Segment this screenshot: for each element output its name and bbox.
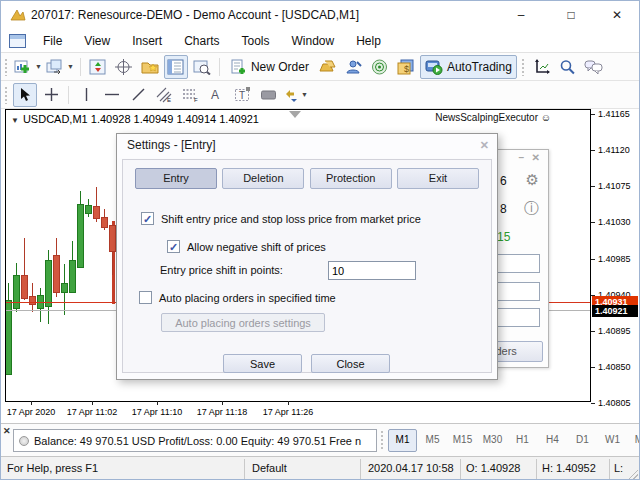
price-axis-tick (591, 150, 595, 151)
status-profile[interactable]: Default (252, 462, 287, 474)
chat-button[interactable] (582, 55, 606, 79)
tab-entry[interactable]: Entry (135, 168, 217, 189)
panel-value-3: 15 (497, 230, 510, 244)
equidistant-channel-button[interactable]: E (152, 83, 176, 107)
status-high-price: H: 1.40952 (542, 462, 596, 474)
fibonacci-button[interactable]: F (178, 83, 202, 107)
status-divider (536, 459, 537, 479)
new-order-button[interactable]: New Order (225, 55, 314, 79)
arrows-button[interactable]: ▼ (282, 83, 309, 107)
maximize-button[interactable]: □ (563, 7, 579, 23)
signals-button[interactable] (368, 55, 392, 79)
dialog-body: Entry Deletion Protection Exit ✓ Shift e… (122, 159, 492, 373)
data-window-button[interactable] (112, 55, 136, 79)
autotrading-button[interactable]: AutoTrading (420, 55, 517, 79)
search-button[interactable] (556, 55, 580, 79)
tab-protection[interactable]: Protection (310, 168, 392, 189)
settings-dialog: Settings - [Entry] ✕ Entry Deletion Prot… (116, 133, 498, 380)
ea-name-text: NewsScalpingExecutor (435, 112, 538, 123)
expert-advisors-button[interactable] (342, 55, 366, 79)
menu-window[interactable]: Window (281, 32, 346, 50)
time-axis-tick (31, 401, 32, 405)
gold-ingot-icon (319, 59, 337, 75)
market-dollar-icon: $ (397, 59, 415, 75)
timeframe-m5[interactable]: M5 (418, 429, 447, 452)
auto-placing-row: Auto placing orders in specified time (139, 291, 336, 304)
text-label-button[interactable]: T (230, 83, 254, 107)
metaeditor-button[interactable] (316, 55, 340, 79)
smiley-icon: ☺ (541, 112, 551, 123)
dialog-title-bar[interactable]: Settings - [Entry] (117, 134, 497, 158)
navigator-button[interactable] (138, 55, 162, 79)
toolbar-separator (68, 86, 69, 104)
timeframe-toolbar-grip[interactable] (380, 430, 385, 450)
shapes-button[interactable] (256, 83, 280, 107)
vertical-line-button[interactable] (74, 83, 98, 107)
timeframe-w1[interactable]: W1 (598, 429, 627, 452)
chevron-down-icon: ▼ (11, 116, 19, 125)
horizontal-line-button[interactable] (100, 83, 124, 107)
menu-file[interactable]: File (32, 32, 73, 50)
time-axis-tick (92, 401, 93, 405)
price-axis-label: 1.40850 (598, 362, 631, 372)
tab-deletion[interactable]: Deletion (222, 168, 304, 189)
rectangle-shape-icon (260, 87, 277, 103)
new-order-label: New Order (251, 60, 309, 74)
save-button[interactable]: Save (223, 354, 302, 373)
terminal-toggle-button[interactable] (164, 55, 188, 79)
profiles-button[interactable]: ▼ (45, 55, 75, 79)
status-divider (460, 459, 461, 479)
panel-close-button[interactable]: ✕ (532, 152, 540, 163)
timeframe-d1[interactable]: D1 (568, 429, 597, 452)
line-studies-toolbar: E F A T ▼ (1, 81, 639, 109)
cursor-icon (18, 87, 32, 102)
terminal-close-icon[interactable]: ✕ (3, 426, 11, 436)
menu-view[interactable]: View (73, 32, 121, 50)
menu-charts[interactable]: Charts (173, 32, 230, 50)
tab-exit[interactable]: Exit (397, 168, 479, 189)
timeframe-mn[interactable]: MN (628, 429, 640, 452)
text-button[interactable]: A (204, 83, 228, 107)
toolbar-grip[interactable] (521, 58, 526, 76)
resize-grip[interactable] (625, 467, 638, 480)
time-axis-tick (157, 401, 158, 405)
timeframe-h1[interactable]: H1 (508, 429, 537, 452)
strategy-tester-button[interactable] (190, 55, 214, 79)
trendline-button[interactable] (126, 83, 150, 107)
timeframe-m30[interactable]: M30 (478, 429, 507, 452)
new-order-icon (230, 59, 247, 75)
toolbar-grip[interactable] (4, 58, 9, 76)
menu-insert[interactable]: Insert (121, 32, 173, 50)
timeframe-h4[interactable]: H4 (538, 429, 567, 452)
chart-shift-marker[interactable] (289, 111, 301, 118)
menu-tools[interactable]: Tools (231, 32, 281, 50)
auto-placing-settings-button[interactable]: Auto placing orders settings (161, 313, 325, 332)
chart-axes-button[interactable] (530, 55, 554, 79)
timeframe-m1[interactable]: M1 (388, 429, 417, 452)
shift-price-checkbox[interactable]: ✓ (141, 212, 154, 225)
negative-shift-checkbox[interactable]: ✓ (167, 240, 180, 253)
profiles-icon (46, 59, 65, 75)
chat-icon (584, 59, 603, 75)
crosshair-button[interactable] (39, 83, 63, 107)
gear-icon[interactable]: ⚙ (526, 171, 539, 189)
chart-symbol-header[interactable]: ▼USDCAD,M1 1.40928 1.40949 1.40914 1.409… (11, 113, 259, 125)
timeframe-m15[interactable]: M15 (448, 429, 477, 452)
menu-help[interactable]: Help (345, 32, 392, 50)
status-low-price: L: (614, 462, 623, 474)
panel-minimize-button[interactable]: – (518, 152, 524, 163)
dialog-close-icon[interactable]: ✕ (480, 139, 489, 152)
chart-border-top (5, 109, 591, 110)
info-icon[interactable]: ⓘ (524, 199, 539, 218)
close-dialog-button[interactable]: Close (311, 354, 390, 373)
new-chart-button[interactable]: ▼ (13, 55, 43, 79)
minimize-button[interactable]: – (513, 7, 529, 23)
market-watch-button[interactable] (86, 55, 110, 79)
toolbar-grip[interactable] (4, 86, 9, 104)
market-button[interactable]: $ (394, 55, 418, 79)
entry-shift-input[interactable] (328, 261, 416, 280)
toolbar-separator (219, 58, 220, 76)
close-button[interactable]: ✕ (609, 7, 625, 23)
auto-placing-checkbox[interactable] (139, 291, 152, 304)
cursor-button[interactable] (13, 83, 37, 107)
